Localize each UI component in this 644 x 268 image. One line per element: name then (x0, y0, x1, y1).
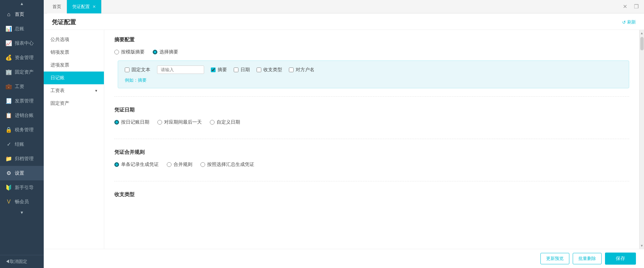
fixed-text-checkbox-label[interactable]: 固定文本 (125, 67, 150, 73)
custom-date-radio-label[interactable]: 自定义日期 (210, 119, 240, 125)
select-merge-radio[interactable] (200, 162, 205, 167)
sidebar-item-payroll[interactable]: 💼 工资 (0, 79, 44, 94)
scrollbar[interactable]: ▲ ▼ (639, 30, 644, 249)
summary-checkbox[interactable] (211, 68, 216, 72)
sidebar-item-sales-ledger[interactable]: 📋 进销台账 (0, 108, 44, 123)
fixed-text-checkbox[interactable] (125, 68, 129, 72)
fixed-text-input[interactable] (157, 65, 204, 74)
invoice-mgmt-icon: 🧾 (5, 98, 12, 104)
select-summary-radio-label[interactable]: 选择摘要 (153, 49, 178, 55)
scroll-down-arrow[interactable]: ▼ (640, 242, 644, 249)
sidebar-scroll-up[interactable]: ▲ (0, 0, 44, 7)
left-nav-salary-table-label: 工资表 (50, 88, 65, 94)
tab-voucher-config[interactable]: 凭证配置 ✕ (67, 0, 102, 13)
summary-section: 摘要配置 按模版摘要 选择摘要 (114, 37, 629, 97)
left-nav-sales-invoice[interactable]: 销项发票 (44, 46, 104, 59)
left-nav: 公共选项 销项发票 进项发票 日记账 工资表 ▾ 固定资产 (44, 30, 104, 249)
batch-delete-button[interactable]: 批量删除 (573, 253, 602, 264)
sidebar-item-label: 资金管理 (15, 55, 34, 61)
tax-icon: 🔒 (5, 127, 12, 133)
summary-checkbox-label[interactable]: 摘要 (211, 67, 227, 73)
by-journal-date-radio[interactable] (114, 120, 119, 125)
template-summary-label: 按模版摘要 (121, 49, 145, 55)
window-restore-button[interactable]: ❐ (632, 3, 641, 10)
template-summary-radio-label[interactable]: 按模版摘要 (114, 49, 145, 55)
refresh-button[interactable]: ↺ 刷新 (622, 19, 636, 25)
sidebar-item-guide[interactable]: 🔰 新手引导 (0, 180, 44, 195)
summary-example-text: 例如：摘要 (125, 78, 147, 83)
sidebar-unpin-button[interactable]: ◀取消固定 (0, 255, 44, 268)
left-nav-purchase-invoice[interactable]: 进项发票 (44, 59, 104, 72)
archive-icon: 📁 (5, 155, 12, 162)
custom-date-radio[interactable] (210, 120, 215, 125)
summary-options-row: 固定文本 摘要 日期 (125, 65, 622, 74)
left-nav-salary-table[interactable]: 工资表 ▾ (44, 84, 104, 97)
left-nav-journal-label: 日记账 (50, 75, 65, 81)
sales-ledger-icon: 📋 (5, 112, 12, 119)
sidebar-item-settle[interactable]: ✓ 结账 (0, 137, 44, 151)
left-nav-fixed-assets-label: 固定资产 (50, 100, 69, 106)
tab-close-icon[interactable]: ✕ (92, 4, 96, 9)
left-nav-fixed-assets[interactable]: 固定资产 (44, 97, 104, 110)
select-merge-radio-label[interactable]: 按照选择汇总生成凭证 (200, 162, 254, 168)
merge-rule-radio-label[interactable]: 合并规则 (167, 162, 192, 168)
save-button[interactable]: 保存 (605, 253, 636, 265)
merge-rule-radio[interactable] (167, 162, 172, 167)
income-type-checkbox[interactable] (257, 68, 261, 72)
left-nav-purchase-invoice-label: 进项发票 (50, 62, 69, 68)
last-day-radio-label[interactable]: 对应期间最后一天 (157, 119, 202, 125)
sidebar-item-label: 进销台账 (15, 113, 34, 119)
last-day-radio[interactable] (157, 120, 162, 125)
scroll-thumb[interactable] (640, 37, 644, 50)
by-journal-date-radio-label[interactable]: 按日记账日期 (114, 119, 149, 125)
sidebar-item-tax[interactable]: 🔒 税务管理 (0, 123, 44, 137)
date-checkbox-label[interactable]: 日期 (234, 67, 250, 73)
counterparty-checkbox-label[interactable]: 对方户名 (289, 67, 314, 73)
left-nav-journal[interactable]: 日记账 (44, 72, 104, 84)
income-type-label: 收支类型 (263, 67, 282, 73)
sidebar-item-archive[interactable]: 📁 归档管理 (0, 151, 44, 166)
sidebar-item-member[interactable]: V 畅会员 (0, 195, 44, 209)
member-icon: V (5, 199, 12, 205)
tab-voucher-config-label: 凭证配置 (72, 4, 90, 10)
refresh-label: 刷新 (627, 19, 636, 25)
bottom-bar: 更新预览 批量删除 保存 (44, 249, 644, 268)
single-record-radio[interactable] (114, 162, 119, 167)
sidebar-item-reports[interactable]: 📈 报表中心 (0, 36, 44, 50)
sidebar-item-settings[interactable]: ⚙ 设置 (0, 166, 44, 180)
sidebar-item-label: 报表中心 (15, 40, 34, 46)
ledger-icon: 📊 (5, 26, 12, 32)
sidebar-item-label: 结账 (15, 141, 24, 147)
sidebar-item-funds[interactable]: 💰 资金管理 (0, 50, 44, 65)
tab-home-label: 首页 (52, 4, 61, 10)
single-record-radio-label[interactable]: 单条记录生成凭证 (114, 162, 159, 168)
sidebar-item-ledger[interactable]: 📊 总账 (0, 21, 44, 36)
chevron-down-icon: ▾ (95, 88, 97, 93)
tab-home[interactable]: 首页 (47, 0, 67, 13)
update-preview-button[interactable]: 更新预览 (540, 253, 569, 264)
reports-icon: 📈 (5, 40, 12, 46)
by-journal-date-label: 按日记账日期 (121, 119, 149, 125)
sidebar-item-label: 税务管理 (15, 127, 34, 133)
window-close-button[interactable]: ✕ (621, 3, 629, 10)
counterparty-checkbox[interactable] (289, 68, 294, 72)
sidebar-item-invoice-mgmt[interactable]: 🧾 发票管理 (0, 94, 44, 108)
template-summary-radio[interactable] (114, 50, 119, 54)
date-checkbox[interactable] (234, 68, 238, 72)
sidebar-item-label: 发票管理 (15, 98, 34, 104)
merge-rule-radio-group: 单条记录生成凭证 合并规则 按照选择汇总生成凭证 (114, 162, 629, 168)
scroll-up-arrow[interactable]: ▲ (640, 30, 644, 36)
income-type-section: 收支类型 (114, 191, 629, 217)
left-nav-public[interactable]: 公共选项 (44, 33, 104, 46)
income-type-checkbox-label[interactable]: 收支类型 (257, 67, 282, 73)
voucher-date-radio-group: 按日记账日期 对应期间最后一天 自定义日期 (114, 119, 629, 125)
settle-icon: ✓ (5, 141, 12, 147)
sidebar-item-home[interactable]: ⌂ 首页 (0, 7, 44, 21)
tab-bar: 首页 凭证配置 ✕ ✕ ❐ (44, 0, 644, 13)
sidebar-item-label: 首页 (15, 11, 24, 17)
select-summary-radio[interactable] (153, 50, 157, 54)
last-day-label: 对应期间最后一天 (164, 119, 202, 125)
sidebar-item-assets[interactable]: 🏢 固定资产 (0, 65, 44, 79)
sidebar-item-label: 归档管理 (15, 156, 34, 162)
sidebar-scroll-down[interactable]: ▼ (0, 209, 44, 216)
